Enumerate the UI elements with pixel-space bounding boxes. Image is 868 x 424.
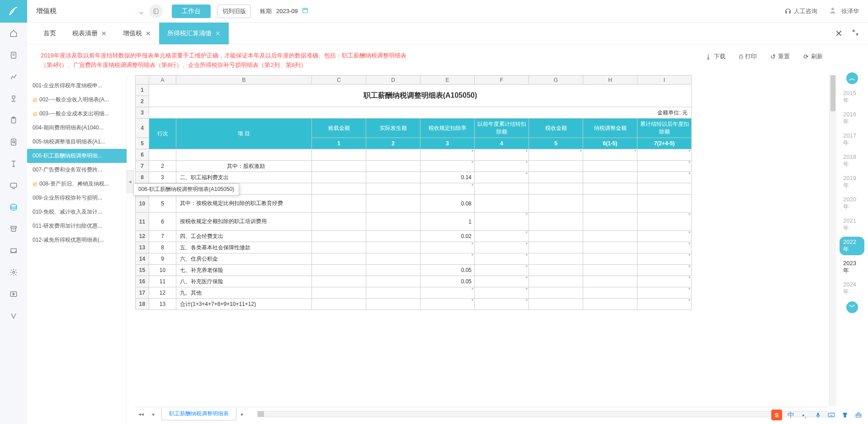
data-cell[interactable] bbox=[366, 195, 420, 213]
row-header[interactable]: 18 bbox=[136, 299, 149, 310]
project-cell[interactable]: 合计(1+3+4+7+8+9+10+11+12) bbox=[176, 299, 312, 310]
col-header[interactable]: A bbox=[149, 76, 176, 85]
year-option[interactable]: 2024年 bbox=[840, 279, 864, 298]
form-list-item[interactable]: 011-研发费用加计扣除优惠... bbox=[27, 219, 127, 233]
expand-icon[interactable] bbox=[852, 29, 859, 38]
project-cell[interactable]: 按税收规定全额扣除的职工培训费用 bbox=[176, 213, 312, 231]
data-cell[interactable] bbox=[312, 231, 366, 242]
data-cell[interactable]: * bbox=[420, 242, 475, 253]
data-cell[interactable] bbox=[583, 287, 637, 299]
ime-lang-icon[interactable]: 中 bbox=[786, 410, 796, 420]
data-cell[interactable]: * bbox=[475, 213, 529, 231]
data-cell[interactable]: * bbox=[475, 231, 529, 242]
year-option[interactable]: 2016年 bbox=[840, 109, 864, 128]
data-cell[interactable] bbox=[312, 287, 366, 299]
data-cell[interactable] bbox=[529, 161, 583, 172]
ime-toolbox-icon[interactable] bbox=[854, 410, 863, 420]
data-cell[interactable] bbox=[366, 231, 420, 242]
year-option[interactable]: 2018年 bbox=[840, 152, 864, 170]
col-header[interactable]: C bbox=[312, 76, 366, 85]
tab-1[interactable]: 税表清册✕ bbox=[64, 23, 115, 44]
row-header[interactable]: 10 bbox=[136, 195, 149, 213]
row-header[interactable]: 8 bbox=[136, 172, 149, 183]
data-cell[interactable] bbox=[366, 287, 420, 299]
data-cell[interactable]: * bbox=[420, 161, 475, 172]
row-header[interactable]: 17 bbox=[136, 287, 149, 299]
calendar-icon[interactable] bbox=[302, 7, 309, 15]
data-cell[interactable] bbox=[366, 253, 420, 265]
tab-0[interactable]: 首页 bbox=[35, 23, 64, 44]
data-cell[interactable]: * bbox=[475, 149, 529, 161]
data-cell[interactable] bbox=[529, 299, 583, 310]
form-list-item[interactable]: ⊘008-资产折旧、摊销及纳税... bbox=[27, 177, 127, 191]
form-list-item[interactable]: 007-广告费和业务宣传费跨... bbox=[27, 163, 127, 177]
data-cell[interactable] bbox=[637, 195, 692, 213]
data-cell[interactable] bbox=[583, 183, 637, 195]
seq-cell[interactable]: 3 bbox=[149, 172, 176, 183]
collapse-sidebar-handle[interactable]: ◂ bbox=[127, 170, 134, 193]
nav-settings-icon[interactable] bbox=[0, 262, 27, 283]
data-cell[interactable] bbox=[312, 242, 366, 253]
ime-skin-icon[interactable] bbox=[840, 410, 850, 420]
project-cell[interactable]: 八、补充医疗保险 bbox=[176, 276, 312, 287]
data-cell[interactable] bbox=[529, 195, 583, 213]
nav-font-icon[interactable] bbox=[0, 153, 27, 175]
col-header[interactable]: F bbox=[475, 76, 529, 85]
seq-cell[interactable]: 5 bbox=[149, 195, 176, 213]
nav-search-doc-icon[interactable] bbox=[0, 131, 27, 153]
data-cell[interactable]: * bbox=[637, 276, 692, 287]
data-cell[interactable] bbox=[366, 265, 420, 276]
data-cell[interactable] bbox=[583, 276, 637, 287]
data-cell[interactable]: 0.05 bbox=[420, 265, 475, 276]
data-cell[interactable] bbox=[312, 213, 366, 231]
data-cell[interactable] bbox=[366, 183, 420, 195]
project-cell[interactable]: 七、补充养老保险 bbox=[176, 265, 312, 276]
data-cell[interactable]: * bbox=[475, 242, 529, 253]
select-all-corner[interactable] bbox=[136, 76, 149, 85]
data-cell[interactable] bbox=[583, 242, 637, 253]
vertical-scrollbar[interactable] bbox=[829, 75, 836, 406]
data-cell[interactable]: * bbox=[475, 161, 529, 172]
project-cell[interactable]: 其中：按税收规定比例扣除的职工教育经费 bbox=[176, 195, 312, 213]
ime-brand-icon[interactable]: S bbox=[771, 410, 782, 420]
sheet-nav-first[interactable]: ◂◂ bbox=[135, 408, 147, 420]
spreadsheet[interactable]: ABCDEFGHI1职工薪酬纳税调整明细表(A105050)23金额单位: 元4… bbox=[135, 75, 827, 406]
col-header[interactable]: I bbox=[637, 76, 692, 85]
nav-screen-icon[interactable] bbox=[0, 175, 27, 196]
row-header[interactable]: 15 bbox=[136, 265, 149, 276]
year-option[interactable]: 2017年 bbox=[840, 130, 864, 149]
seq-cell[interactable]: 8 bbox=[149, 242, 176, 253]
tab-close-icon[interactable]: ✕ bbox=[146, 30, 151, 37]
refresh-button[interactable]: ⟳刷新 bbox=[803, 52, 823, 61]
seq-cell[interactable] bbox=[149, 149, 176, 161]
data-cell[interactable]: * bbox=[637, 213, 692, 231]
nav-video-icon[interactable] bbox=[0, 283, 27, 305]
nav-money-icon[interactable] bbox=[0, 88, 27, 110]
data-cell[interactable]: * bbox=[637, 287, 692, 299]
col-header[interactable]: D bbox=[366, 76, 420, 85]
row-header[interactable]: 13 bbox=[136, 242, 149, 253]
data-cell[interactable]: 1 bbox=[420, 213, 475, 231]
data-cell[interactable]: * bbox=[420, 149, 475, 161]
seq-cell[interactable]: 9 bbox=[149, 253, 176, 265]
row-header[interactable]: 6 bbox=[136, 149, 149, 161]
sheet-nav-next[interactable]: ▸ bbox=[236, 408, 248, 420]
year-up-button[interactable]: ︽ bbox=[846, 72, 858, 84]
row-header[interactable]: 12 bbox=[136, 231, 149, 242]
data-cell[interactable] bbox=[312, 183, 366, 195]
seq-cell[interactable]: 12 bbox=[149, 287, 176, 299]
project-cell[interactable]: 其中：股权激励 bbox=[176, 161, 312, 172]
data-cell[interactable]: * bbox=[475, 172, 529, 183]
horizontal-scrollbar[interactable] bbox=[257, 411, 827, 417]
data-cell[interactable] bbox=[529, 213, 583, 231]
data-cell[interactable]: * bbox=[420, 253, 475, 265]
year-option[interactable]: 2019年 bbox=[840, 173, 864, 191]
project-cell[interactable]: 九、其他 bbox=[176, 287, 312, 299]
data-cell[interactable]: * bbox=[637, 231, 692, 242]
download-button[interactable]: ⭳下载 bbox=[705, 52, 726, 61]
year-option[interactable]: 2023年 bbox=[840, 258, 864, 276]
col-header[interactable]: B bbox=[176, 76, 312, 85]
data-cell[interactable] bbox=[583, 172, 637, 183]
data-cell[interactable] bbox=[529, 287, 583, 299]
data-cell[interactable] bbox=[312, 161, 366, 172]
